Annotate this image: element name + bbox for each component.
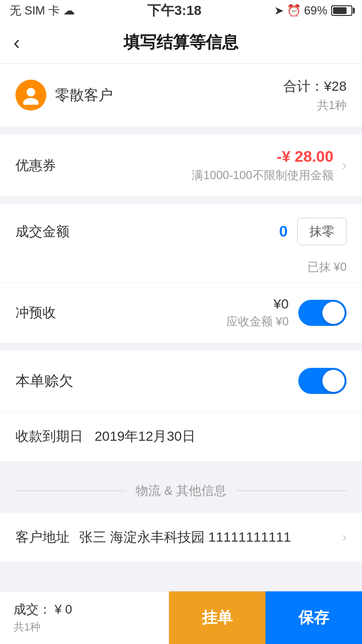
battery-icon	[331, 5, 352, 16]
transaction-label: 成交金额	[15, 223, 70, 241]
svg-point-0	[27, 88, 35, 97]
coupon-label: 优惠券	[15, 156, 56, 175]
debt-toggle-knob	[322, 370, 345, 392]
coupon-section: 优惠券 -¥ 28.00 满1000-100不限制使用金额 ›	[0, 134, 362, 196]
prepay-info: ¥0 应收金额 ¥0	[226, 296, 289, 329]
due-date-value: 2019年12月30日	[95, 427, 195, 446]
bottom-count: 共1种	[14, 620, 155, 634]
prepay-label: 冲预收	[15, 304, 56, 322]
address-label: 客户地址	[15, 528, 70, 546]
status-bar: 无 SIM 卡 ☁ 下午3:18 ➤ ⏰ 69%	[0, 0, 362, 21]
sim-status: 无 SIM 卡 ☁	[10, 3, 75, 18]
coupon-amount: -¥ 28.00	[192, 148, 333, 166]
debt-label: 本单赊欠	[15, 371, 73, 391]
toggle-knob	[322, 302, 345, 324]
customer-total: 合计：¥28 共1种	[283, 77, 347, 113]
transaction-prefix: 成交：	[14, 602, 51, 616]
prepay-sub: 应收金额 ¥0	[226, 314, 289, 329]
prepay-row: 冲预收 ¥0 应收金额 ¥0	[0, 282, 362, 343]
chevron-right-icon: ›	[342, 158, 347, 173]
logistics-header: 物流 & 其他信息	[0, 469, 362, 513]
logistics-title: 物流 & 其他信息	[136, 482, 226, 499]
content: 零散客户 合计：¥28 共1种 优惠券 -¥ 28.00 满1000-100不限…	[0, 64, 362, 628]
bottom-bar: 成交： ¥ 0 共1种 挂单 保存	[0, 591, 362, 644]
coupon-right: -¥ 28.00 满1000-100不限制使用金额 ›	[192, 148, 347, 183]
total-count: 共1种	[283, 98, 347, 113]
back-button[interactable]: ‹	[14, 33, 20, 52]
customer-name: 零散客户	[55, 85, 113, 105]
save-button[interactable]: 保存	[265, 591, 362, 644]
nav-bar: ‹ 填写结算等信息	[0, 21, 362, 64]
transaction-value: 0	[279, 223, 288, 240]
customer-info: 零散客户	[15, 80, 113, 111]
hold-button[interactable]: 挂单	[169, 591, 265, 644]
status-right: ➤ ⏰ 69%	[274, 4, 352, 17]
divider-left	[15, 490, 126, 491]
page-title: 填写结算等信息	[124, 31, 238, 54]
status-time: 下午3:18	[147, 1, 201, 20]
prepay-toggle[interactable]	[298, 300, 347, 326]
alarm-icon: ⏰	[287, 4, 301, 17]
coupon-row[interactable]: 优惠券 -¥ 28.00 满1000-100不限制使用金额 ›	[0, 134, 362, 196]
prepay-amount: ¥0	[226, 296, 289, 312]
avatar-icon	[21, 85, 41, 105]
transaction-right: 0 抹零	[279, 218, 347, 245]
customer-avatar	[15, 80, 46, 111]
debt-section: 本单赊欠 收款到期日 2019年12月30日	[0, 350, 362, 461]
debt-toggle[interactable]	[298, 368, 347, 394]
svg-point-1	[23, 98, 39, 105]
transaction-section: 成交金额 0 抹零 已抹 ¥0 冲预收 ¥0 应收金额 ¥0	[0, 204, 362, 343]
round-sub-label: 已抹 ¥0	[307, 260, 347, 273]
total-amount: 合计：¥28	[283, 77, 347, 96]
due-date-label: 收款到期日	[15, 427, 83, 446]
location-icon: ➤	[274, 4, 284, 17]
address-value: 张三 海淀永丰科技园 11111111111	[79, 528, 339, 546]
address-chevron-icon: ›	[342, 530, 347, 545]
coupon-desc: 满1000-100不限制使用金额	[192, 168, 333, 183]
round-zero-button[interactable]: 抹零	[297, 218, 347, 245]
transaction-row: 成交金额 0 抹零	[0, 204, 362, 259]
status-left: 无 SIM 卡 ☁	[10, 3, 75, 18]
transaction-bottom-value: ¥ 0	[55, 602, 72, 616]
coupon-detail: -¥ 28.00 满1000-100不限制使用金额	[192, 148, 333, 183]
address-row[interactable]: 客户地址 张三 海淀永丰科技园 11111111111 ›	[0, 513, 362, 562]
divider-right	[236, 490, 347, 491]
battery-percent: 69%	[304, 4, 327, 17]
due-date-row: 收款到期日 2019年12月30日	[0, 411, 362, 461]
debt-row: 本单赊欠	[0, 350, 362, 411]
customer-row: 零散客户 合计：¥28 共1种	[0, 64, 362, 126]
bottom-transaction: 成交： ¥ 0	[14, 601, 155, 618]
bottom-info: 成交： ¥ 0 共1种	[0, 591, 169, 644]
address-section: 客户地址 张三 海淀永丰科技园 11111111111 ›	[0, 513, 362, 562]
